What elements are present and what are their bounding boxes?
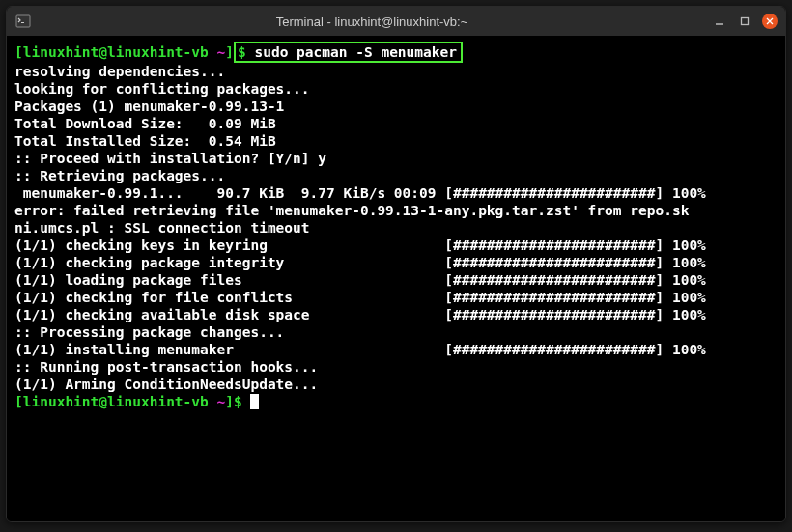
output-line: (1/1) checking for file conflicts [#####… [14,289,778,306]
titlebar[interactable]: Terminal - linuxhint@linuxhint-vb:~ [7,7,785,36]
cursor [250,394,259,409]
prompt-symbol: $ [238,44,246,60]
output-line: (1/1) loading package files [###########… [14,271,778,289]
prompt-path: ~ [217,394,226,409]
terminal-window: Terminal - linuxhint@linuxhint-vb:~ [lin… [6,6,786,522]
output-line: ni.umcs.pl : SSL connection timeout [14,219,778,237]
output-line: (1/1) installing menumaker [############… [14,341,778,358]
prompt-path: ~ [217,44,226,60]
output-line: Total Download Size: 0.09 MiB [14,115,778,132]
window-controls [712,14,778,29]
command-highlight: $ sudo pacman -S menumaker [234,42,463,63]
output-line: resolving dependencies... [14,63,778,80]
svg-rect-0 [16,15,30,27]
window-title: Terminal - linuxhint@linuxhint-vb:~ [38,14,706,29]
output-line: :: Running post-transaction hooks... [14,358,778,376]
prompt-line: [linuxhint@linuxhint-vb ~]$ [14,393,778,410]
command-text: sudo pacman -S menumaker [254,44,457,60]
terminal-icon [14,13,32,30]
output-line: menumaker-0.99.1... 90.7 KiB 9.77 KiB/s … [14,184,778,202]
close-button[interactable] [762,14,778,29]
minimize-button[interactable] [712,14,727,29]
output-line: (1/1) checking package integrity [######… [14,254,778,271]
output-line: (1/1) checking keys in keyring [########… [14,237,778,254]
prompt-user-host: linuxhint@linuxhint-vb [23,394,209,409]
prompt-user-host: linuxhint@linuxhint-vb [23,44,209,60]
prompt-line: [linuxhint@linuxhint-vb ~]$ sudo pacman … [14,42,778,63]
output-line: Total Installed Size: 0.54 MiB [14,132,778,150]
output-line: (1/1) Arming ConditionNeedsUpdate... [14,376,778,393]
output-line: :: Retrieving packages... [14,167,778,184]
output-line: looking for conflicting packages... [14,80,778,98]
output-line: :: Processing package changes... [14,323,778,341]
output-line: :: Proceed with installation? [Y/n] y [14,150,778,167]
output-line: Packages (1) menumaker-0.99.13-1 [14,98,778,115]
output-line: error: failed retrieving file 'menumaker… [14,202,778,219]
svg-rect-3 [742,18,749,25]
prompt-symbol: $ [234,394,242,409]
terminal-output[interactable]: [linuxhint@linuxhint-vb ~]$ sudo pacman … [7,36,785,521]
maximize-button[interactable] [737,14,752,29]
output-line: (1/1) checking available disk space [###… [14,306,778,323]
